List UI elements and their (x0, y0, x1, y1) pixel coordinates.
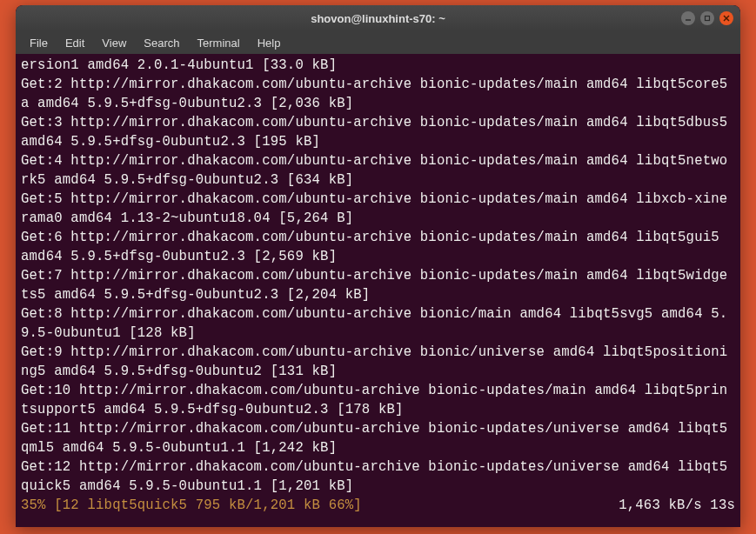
menu-file[interactable]: File (23, 34, 55, 52)
close-icon (723, 15, 730, 22)
output-line: Get:12 http://mirror.dhakacom.com/ubuntu… (21, 457, 735, 496)
progress-line: 35% [12 libqt5quick5 795 kB/1,201 kB 66%… (21, 496, 735, 515)
window-controls (681, 11, 733, 25)
menu-view[interactable]: View (95, 34, 133, 52)
output-line: Get:7 http://mirror.dhakacom.com/ubuntu-… (21, 266, 735, 304)
output-line: Get:11 http://mirror.dhakacom.com/ubuntu… (21, 419, 735, 457)
menu-edit[interactable]: Edit (58, 34, 91, 52)
minimize-button[interactable] (681, 11, 695, 25)
minimize-icon (685, 15, 692, 22)
maximize-button[interactable] (700, 11, 714, 25)
output-line: Get:6 http://mirror.dhakacom.com/ubuntu-… (21, 228, 735, 266)
menu-bar: File Edit View Search Terminal Help (16, 31, 740, 54)
terminal-window: shovon@linuxhint-s70: ~ File Edit View S… (16, 5, 740, 527)
menu-search[interactable]: Search (137, 34, 186, 52)
terminal-output[interactable]: ersion1 amd64 2.0.1-4ubuntu1 [33.0 kB] G… (16, 54, 740, 527)
progress-text: 35% [12 libqt5quick5 795 kB/1,201 kB 66%… (21, 496, 362, 515)
window-title: shovon@linuxhint-s70: ~ (311, 12, 445, 25)
svg-rect-1 (706, 17, 710, 21)
output-line: Get:4 http://mirror.dhakacom.com/ubuntu-… (21, 151, 735, 190)
menu-terminal[interactable]: Terminal (191, 34, 247, 52)
output-line: Get:8 http://mirror.dhakacom.com/ubuntu-… (21, 304, 735, 343)
output-line: Get:10 http://mirror.dhakacom.com/ubuntu… (21, 381, 735, 419)
output-line: Get:2 http://mirror.dhakacom.com/ubuntu-… (21, 75, 735, 113)
maximize-icon (704, 15, 711, 22)
title-bar: shovon@linuxhint-s70: ~ (16, 5, 740, 31)
download-speed: 1,463 kB/s 13s (619, 496, 735, 515)
output-line: Get:9 http://mirror.dhakacom.com/ubuntu-… (21, 343, 735, 381)
output-line: Get:3 http://mirror.dhakacom.com/ubuntu-… (21, 113, 735, 151)
close-button[interactable] (719, 11, 733, 25)
output-line: Get:5 http://mirror.dhakacom.com/ubuntu-… (21, 190, 735, 228)
output-line: ersion1 amd64 2.0.1-4ubuntu1 [33.0 kB] (21, 56, 735, 75)
menu-help[interactable]: Help (251, 34, 288, 52)
